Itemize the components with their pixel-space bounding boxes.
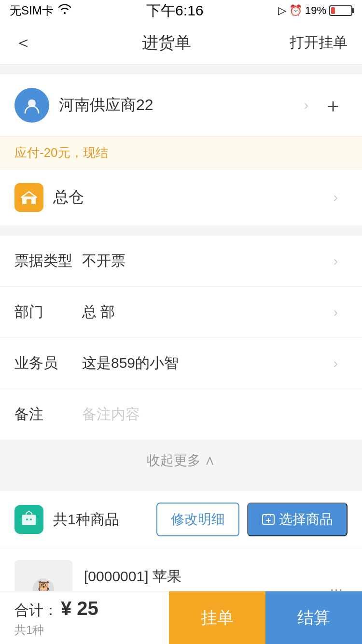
dept-value: 总 部 (82, 302, 334, 322)
collapse-bar[interactable]: 收起更多 ∧ (0, 440, 362, 481)
chevron-right-invoice-icon: › (334, 253, 338, 269)
checkout-label: 结算 (297, 607, 330, 629)
svg-point-4 (26, 518, 28, 520)
remark-label: 备注 (14, 405, 82, 424)
remark-input[interactable]: 备注内容 (82, 405, 348, 424)
dept-label: 部门 (14, 302, 82, 322)
sales-value: 这是859的小智 (82, 353, 334, 373)
notice-text: 应付-20元，现结 (14, 145, 108, 160)
total-text: 合计： (14, 601, 58, 620)
status-left: 无SIM卡 (10, 3, 72, 18)
supplier-name: 河南供应商22 (59, 95, 304, 116)
invoice-type-row[interactable]: 票据类型 不开票 › (0, 235, 362, 286)
product-title: 苹果 (153, 568, 181, 584)
select-product-button[interactable]: 选择商品 (247, 503, 348, 536)
total-amount: ¥ 25 (61, 598, 98, 619)
sales-row[interactable]: 业务员 这是859的小智 › (0, 337, 362, 389)
nav-bar: ＜ 进货单 打开挂单 (0, 21, 362, 65)
product-header: 共1种商品 修改明细 选择商品 (0, 481, 362, 548)
dept-row[interactable]: 部门 总 部 › (0, 286, 362, 337)
carrier-text: 无SIM卡 (10, 3, 54, 18)
status-time: 下午6:16 (146, 1, 203, 21)
supplier-avatar (14, 88, 49, 123)
checkout-button[interactable]: 结算 (265, 591, 362, 644)
svg-rect-2 (27, 199, 31, 204)
open-hang-button[interactable]: 打开挂单 (290, 33, 348, 53)
product-name: [0000001] 苹果 (84, 567, 325, 587)
section-gap-1 (0, 65, 362, 74)
wifi-icon (57, 3, 72, 18)
battery-icon (329, 5, 352, 16)
product-id: [0000001] (84, 568, 153, 584)
supplier-section: 河南供应商22 › ＋ 应付-20元，现结 总仓 › (0, 74, 362, 225)
page-title: 进货单 (142, 32, 191, 54)
section-gap-2 (0, 225, 362, 235)
battery-percent: 19% (305, 4, 326, 17)
total-label: 合计： ¥ 25 (14, 598, 154, 620)
add-supplier-button[interactable]: ＋ (319, 92, 348, 119)
warehouse-row[interactable]: 总仓 › (0, 169, 362, 225)
total-section: 合计： ¥ 25 共1种 (0, 591, 169, 644)
invoice-type-value: 不开票 (82, 251, 334, 271)
chevron-right-sales-icon: › (334, 356, 338, 371)
location-icon: ▷ (278, 4, 286, 17)
form-section: 票据类型 不开票 › 部门 总 部 › 业务员 这是859的小智 › 备注 备注… (0, 235, 362, 440)
hang-button[interactable]: 挂单 (169, 591, 265, 644)
hang-label: 挂单 (201, 607, 234, 629)
chevron-right-icon: › (304, 98, 308, 113)
notice-bar: 应付-20元，现结 (0, 136, 362, 169)
collapse-label: 收起更多 ∧ (147, 453, 216, 468)
invoice-type-label: 票据类型 (14, 251, 82, 271)
status-bar: 无SIM卡 下午6:16 ▷ ⏰ 19% (0, 0, 362, 21)
total-sub: 共1种 (14, 622, 154, 638)
select-product-label: 选择商品 (279, 510, 333, 529)
chevron-right-warehouse-icon: › (334, 190, 338, 205)
bottom-bar: 合计： ¥ 25 共1种 挂单 结算 (0, 591, 362, 644)
remark-row[interactable]: 备注 备注内容 (0, 389, 362, 440)
warehouse-icon (14, 183, 43, 212)
chevron-right-dept-icon: › (334, 305, 338, 320)
supplier-row[interactable]: 河南供应商22 › ＋ (0, 74, 362, 136)
edit-detail-button[interactable]: 修改明细 (156, 503, 239, 536)
alarm-icon: ⏰ (289, 4, 302, 17)
svg-point-5 (30, 518, 32, 520)
product-icon (14, 505, 43, 534)
back-button[interactable]: ＜ (14, 31, 43, 55)
sales-label: 业务员 (14, 353, 82, 373)
warehouse-name: 总仓 (53, 187, 334, 208)
product-count: 共1种商品 (53, 510, 156, 530)
svg-rect-3 (22, 515, 36, 525)
status-right: ▷ ⏰ 19% (278, 4, 352, 17)
